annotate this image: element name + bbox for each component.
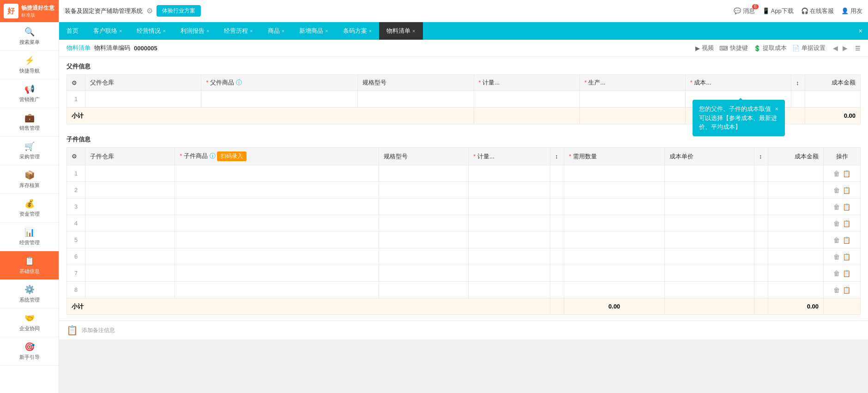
message-item[interactable]: 💬 6 消息 xyxy=(734,7,755,15)
delete-icon-2[interactable]: 🗑 xyxy=(833,187,840,194)
child-row-4-unit-cost[interactable] xyxy=(664,215,754,232)
child-row-4-spec[interactable] xyxy=(379,215,468,232)
child-row-5-unit-cost[interactable] xyxy=(664,232,754,248)
sidebar-item-system[interactable]: ⚙️ 系统管理 xyxy=(0,280,59,308)
delete-icon-5[interactable]: 🗑 xyxy=(833,236,840,244)
child-row-6-qty[interactable] xyxy=(469,248,550,265)
tab-barcode-close[interactable]: × xyxy=(369,28,372,34)
sidebar-item-sales[interactable]: 💼 销售管理 xyxy=(0,108,59,137)
child-row-7-spec[interactable] xyxy=(379,265,468,282)
child-row-2-qty[interactable] xyxy=(469,182,550,199)
tab-barcode[interactable]: 条码方案 × xyxy=(336,22,379,40)
child-col-more2[interactable]: ↕ xyxy=(754,148,768,165)
tab-operations-close[interactable]: × xyxy=(163,28,165,34)
child-row-2-need-qty[interactable] xyxy=(564,182,664,199)
copy-icon-1[interactable]: 📋 xyxy=(843,170,850,177)
sidebar-item-search[interactable]: 🔍 搜索菜单 xyxy=(0,22,59,51)
parent-col-more[interactable]: ↕ xyxy=(791,75,805,91)
child-row-7-qty[interactable] xyxy=(469,265,550,282)
child-row-6-spec[interactable] xyxy=(379,248,468,265)
sidebar-item-collab[interactable]: 🤝 企业协同 xyxy=(0,308,59,337)
child-row-5-warehouse[interactable] xyxy=(85,232,175,248)
shortcut-btn[interactable]: ⌨ 快捷键 xyxy=(719,44,748,52)
child-row-6-need-qty[interactable] xyxy=(564,248,664,265)
parent-row-1-spec[interactable] xyxy=(358,91,474,108)
child-row-3-product[interactable] xyxy=(175,199,379,215)
delete-icon-4[interactable]: 🗑 xyxy=(833,220,840,227)
child-col-more1[interactable]: ↕ xyxy=(550,148,564,165)
child-row-3-warehouse[interactable] xyxy=(85,199,175,215)
child-row-1-warehouse[interactable] xyxy=(85,165,175,182)
child-row-2-unit-cost[interactable] xyxy=(664,182,754,199)
arrow-right-icon[interactable]: ▶ xyxy=(841,43,850,53)
child-row-7-unit-cost[interactable] xyxy=(664,265,754,282)
sidebar-item-basic[interactable]: 📋 基础信息 xyxy=(0,251,59,280)
extract-cost-btn[interactable]: 💲 提取成本 xyxy=(753,44,787,52)
child-row-8-spec[interactable] xyxy=(379,282,468,298)
child-row-1-product[interactable] xyxy=(175,165,379,182)
app-download-item[interactable]: 📱 App下载 xyxy=(762,7,794,15)
child-row-5-qty[interactable] xyxy=(469,232,550,248)
child-row-8-unit-cost[interactable] xyxy=(664,282,754,298)
sidebar-item-finance[interactable]: 💰 资金管理 xyxy=(0,194,59,223)
copy-icon-5[interactable]: 📋 xyxy=(843,236,850,244)
copy-icon-7[interactable]: 📋 xyxy=(843,270,850,277)
delete-icon-7[interactable]: 🗑 xyxy=(833,270,840,277)
settings-gear-icon[interactable]: ⚙ xyxy=(146,6,153,15)
delete-icon-8[interactable]: 🗑 xyxy=(833,286,840,294)
tab-product-close[interactable]: × xyxy=(282,28,284,34)
delete-icon-1[interactable]: 🗑 xyxy=(833,170,840,177)
trial-button[interactable]: 体验行业方案 xyxy=(157,5,201,17)
tab-bom[interactable]: 物料清单 × xyxy=(379,22,422,40)
child-row-4-product[interactable] xyxy=(175,215,379,232)
sidebar-item-quicknav[interactable]: ⚡ 快捷导航 xyxy=(0,51,59,79)
tab-customer[interactable]: 客户联络 × xyxy=(86,22,129,40)
online-service-item[interactable]: 🎧 在线客服 xyxy=(801,7,834,15)
single-settings-btn[interactable]: 📄 单据设置 xyxy=(792,44,826,52)
child-row-3-spec[interactable] xyxy=(379,199,468,215)
sidebar-item-marketing[interactable]: 📢 营销推广 xyxy=(0,79,59,108)
child-row-5-spec[interactable] xyxy=(379,232,468,248)
tab-new-product[interactable]: 新增商品 × xyxy=(292,22,335,40)
parent-row-1-product[interactable] xyxy=(201,91,358,108)
child-row-2-warehouse[interactable] xyxy=(85,182,175,199)
scan-btn[interactable]: 扫码录入 xyxy=(217,151,247,161)
tab-operations[interactable]: 经营情况 × xyxy=(129,22,173,40)
child-row-7-need-qty[interactable] xyxy=(564,265,664,282)
parent-row-1-warehouse[interactable] xyxy=(85,91,201,108)
child-row-1-need-qty[interactable] xyxy=(564,165,664,182)
child-row-2-product[interactable] xyxy=(175,182,379,199)
child-row-7-warehouse[interactable] xyxy=(85,265,175,282)
child-row-5-product[interactable] xyxy=(175,232,379,248)
copy-icon-4[interactable]: 📋 xyxy=(843,220,850,227)
child-row-8-need-qty[interactable] xyxy=(564,282,664,298)
sidebar-item-operations[interactable]: 📊 经营管理 xyxy=(0,223,59,251)
child-row-4-warehouse[interactable] xyxy=(85,215,175,232)
sidebar-item-purchase[interactable]: 🛒 采购管理 xyxy=(0,137,59,165)
parent-row-1-qty[interactable] xyxy=(474,91,579,108)
copy-icon-8[interactable]: 📋 xyxy=(843,286,850,294)
child-row-6-product[interactable] xyxy=(175,248,379,265)
tab-history-close[interactable]: × xyxy=(250,28,253,34)
delete-icon-6[interactable]: 🗑 xyxy=(833,253,840,260)
child-row-1-unit-cost[interactable] xyxy=(664,165,754,182)
child-row-6-unit-cost[interactable] xyxy=(664,248,754,265)
child-row-4-qty[interactable] xyxy=(469,215,550,232)
tab-bom-close[interactable]: × xyxy=(412,28,415,34)
child-row-2-spec[interactable] xyxy=(379,182,468,199)
copy-icon-3[interactable]: 📋 xyxy=(843,203,850,211)
child-row-3-need-qty[interactable] xyxy=(564,199,664,215)
delete-icon-3[interactable]: 🗑 xyxy=(833,203,840,211)
child-row-8-warehouse[interactable] xyxy=(85,282,175,298)
copy-icon-2[interactable]: 📋 xyxy=(843,187,850,194)
child-row-1-spec[interactable] xyxy=(379,165,468,182)
child-row-1-qty[interactable] xyxy=(469,165,550,182)
tab-home[interactable]: 首页 xyxy=(59,22,86,40)
tab-profit[interactable]: 利润报告 × xyxy=(173,22,217,40)
tab-product[interactable]: 商品 × xyxy=(260,22,292,40)
tab-new-product-close[interactable]: × xyxy=(325,28,328,34)
note-icon[interactable]: 📋 xyxy=(66,325,78,336)
child-col-settings[interactable]: ⚙ xyxy=(67,148,85,165)
child-row-5-need-qty[interactable] xyxy=(564,232,664,248)
view-btn[interactable]: ▶ 视频 xyxy=(695,44,714,52)
